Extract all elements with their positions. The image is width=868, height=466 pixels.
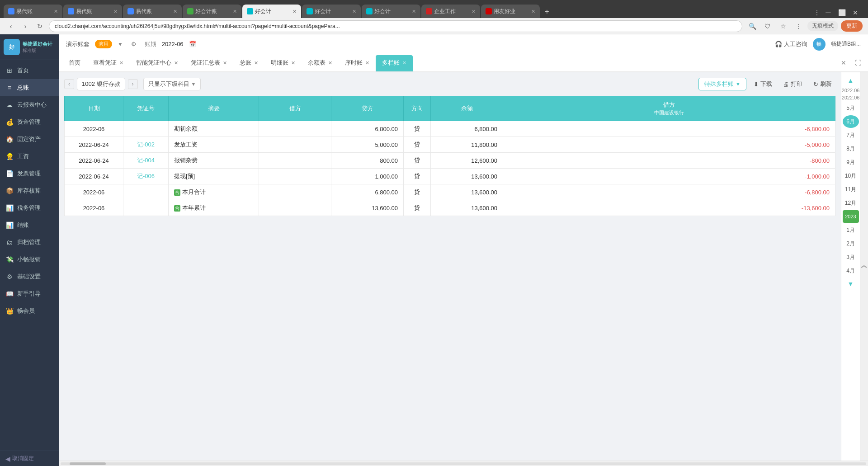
- page-tab-明细账[interactable]: 明细账✕: [264, 55, 302, 71]
- browser-tab-t1[interactable]: 易代账✕: [4, 5, 62, 18]
- cal-month-11月[interactable]: 11月: [843, 183, 859, 196]
- sidebar-item-结账[interactable]: 📊结账: [0, 217, 59, 234]
- browser-tab-t8[interactable]: 企业工作✕: [421, 5, 480, 18]
- page-tab-总账[interactable]: 总账✕: [233, 55, 264, 71]
- tab-list-button[interactable]: ⋮: [814, 9, 820, 16]
- browser-menu-button[interactable]: ⋮: [792, 20, 805, 33]
- close-button[interactable]: ✕: [850, 7, 861, 18]
- sidebar-item-畅会员[interactable]: 👑畅会员: [0, 302, 59, 320]
- calendar-down-button[interactable]: ▼: [844, 278, 857, 290]
- sidebar-item-库存核算[interactable]: 📦库存核算: [0, 182, 59, 199]
- sidebar-item-税务管理[interactable]: 📊税务管理: [0, 199, 59, 217]
- ai-consult-button[interactable]: 🎧 人工咨询: [775, 40, 807, 48]
- cal-month-10月[interactable]: 10月: [843, 169, 859, 182]
- voucher-link[interactable]: 记-006: [137, 173, 155, 179]
- maximize-button[interactable]: ⬜: [836, 7, 847, 18]
- back-button[interactable]: ‹: [5, 21, 16, 32]
- scrollbar-thumb[interactable]: [70, 462, 106, 465]
- tab-close-button[interactable]: ✕: [54, 9, 58, 14]
- minimize-button[interactable]: ─: [823, 7, 834, 18]
- page-tab-凭证汇总表[interactable]: 凭证汇总表✕: [184, 55, 233, 71]
- forward-button[interactable]: ›: [20, 21, 31, 32]
- tab-close-button[interactable]: ✕: [472, 9, 476, 14]
- cal-month-2023-3月[interactable]: 3月: [843, 251, 859, 264]
- sidebar-item-基础设置[interactable]: ⚙基础设置: [0, 268, 59, 285]
- page-tab-查看凭证[interactable]: 查看凭证✕: [87, 55, 130, 71]
- sidebar-item-新手引导[interactable]: 📖新手引导: [0, 285, 59, 302]
- page-tab-close[interactable]: ✕: [174, 60, 178, 66]
- sidebar-item-云报表中心[interactable]: ☁云报表中心: [0, 96, 59, 113]
- page-tab-close[interactable]: ✕: [291, 60, 295, 66]
- cal-month-8月[interactable]: 8月: [843, 142, 859, 155]
- page-tab-多栏账[interactable]: 多栏账✕: [376, 55, 413, 71]
- sidebar-item-小畅报销[interactable]: 💸小畅报销: [0, 251, 59, 268]
- sidebar-item-归档管理[interactable]: 🗂归档管理: [0, 234, 59, 251]
- print-button[interactable]: 🖨打印: [779, 78, 806, 90]
- refresh-ledger-button[interactable]: ↻刷新: [810, 78, 835, 90]
- calendar-icon[interactable]: 📅: [189, 41, 196, 47]
- collapse-panel-button[interactable]: ❮: [861, 264, 868, 269]
- tab-close-button[interactable]: ✕: [113, 9, 118, 14]
- download-button[interactable]: ⬇下载: [750, 78, 776, 90]
- header-right: 🎧 人工咨询 畅 畅捷通B组...: [775, 38, 861, 51]
- tab-close-button[interactable]: ✕: [531, 9, 535, 14]
- search-browser-button[interactable]: 🔍: [746, 20, 759, 33]
- tab-close-button[interactable]: ✕: [292, 9, 297, 14]
- cal-month-2023-1月[interactable]: 1月: [843, 224, 859, 236]
- browser-tab-t4[interactable]: 好会计账✕: [183, 5, 241, 18]
- cal-month-12月[interactable]: 12月: [843, 197, 859, 209]
- next-account-button[interactable]: ›: [128, 79, 138, 89]
- cal-month-2023-2月[interactable]: 2月: [843, 237, 859, 250]
- page-tab-余额表[interactable]: 余额表✕: [302, 55, 339, 71]
- cal-month-2023-4月[interactable]: 4月: [843, 264, 859, 277]
- sidebar-item-工资[interactable]: 👷工资: [0, 148, 59, 165]
- sidebar-item-资金管理[interactable]: 💰资金管理: [0, 113, 59, 131]
- cal-month-6月[interactable]: 6月: [843, 115, 859, 128]
- browser-tab-t7[interactable]: 好会计✕: [362, 5, 420, 18]
- browser-tab-t5[interactable]: 好会计✕: [242, 5, 301, 18]
- browser-tab-t9[interactable]: 用友好业✕: [481, 5, 540, 18]
- page-tab-close[interactable]: ✕: [223, 60, 227, 66]
- sidebar-item-总账[interactable]: ≡总账: [0, 79, 59, 96]
- tab-close-button[interactable]: ✕: [352, 9, 356, 14]
- page-tab-首页[interactable]: 首页: [62, 55, 87, 71]
- sidebar-item-固定资产[interactable]: 🏠固定资产: [0, 131, 59, 148]
- special-ledger-button[interactable]: 特殊多栏账 ▼: [698, 78, 746, 90]
- address-input[interactable]: [49, 20, 742, 32]
- browser-tab-t3[interactable]: 易代账✕: [123, 5, 182, 18]
- collapse-tab-panel-button[interactable]: ✕: [837, 56, 850, 69]
- voucher-link[interactable]: 记-002: [137, 141, 155, 148]
- page-tab-close[interactable]: ✕: [119, 60, 123, 66]
- cal-month-5月[interactable]: 5月: [843, 102, 859, 114]
- prev-account-button[interactable]: ‹: [64, 79, 74, 89]
- expand-tab-panel-button[interactable]: ⛶: [852, 56, 864, 69]
- cal-month-9月[interactable]: 9月: [843, 156, 859, 169]
- page-tab-序时账[interactable]: 序时账✕: [339, 55, 376, 71]
- browser-tab-t2[interactable]: 易代账✕: [63, 5, 122, 18]
- settings-button[interactable]: ⚙: [128, 39, 139, 50]
- horizontal-scrollbar[interactable]: [59, 461, 868, 466]
- tab-close-button[interactable]: ✕: [412, 9, 416, 14]
- calendar-up-button[interactable]: ▲: [844, 74, 857, 87]
- sidebar-footer-pin[interactable]: ◀ 取消固定: [0, 451, 59, 466]
- page-tab-close[interactable]: ✕: [254, 60, 258, 66]
- account-selector[interactable]: 1002 银行存款: [77, 78, 125, 90]
- dropdown-arrow[interactable]: ▼: [118, 41, 123, 47]
- tab-close-button[interactable]: ✕: [233, 9, 237, 14]
- browser-tab-t6[interactable]: 好会计✕: [302, 5, 361, 18]
- bookmark-button[interactable]: ☆: [777, 20, 789, 33]
- update-button[interactable]: 更新: [841, 20, 863, 32]
- sidebar-item-首页[interactable]: ⊞首页: [0, 62, 59, 79]
- refresh-browser-button[interactable]: ↻: [34, 21, 45, 32]
- page-tab-close[interactable]: ✕: [328, 60, 332, 66]
- page-tab-智能凭证中心[interactable]: 智能凭证中心✕: [130, 55, 184, 71]
- sub-account-filter[interactable]: 只显示下级科目 ▼: [143, 78, 201, 90]
- tab-close-button[interactable]: ✕: [173, 9, 177, 14]
- page-tab-close[interactable]: ✕: [402, 60, 406, 66]
- sidebar-item-发票管理[interactable]: 📄发票管理: [0, 165, 59, 182]
- cal-month-7月[interactable]: 7月: [843, 129, 859, 141]
- no-trace-button[interactable]: 无痕模式: [807, 21, 838, 31]
- page-tab-close[interactable]: ✕: [365, 60, 369, 66]
- new-tab-button[interactable]: +: [541, 5, 553, 18]
- voucher-link[interactable]: 记-004: [137, 157, 155, 164]
